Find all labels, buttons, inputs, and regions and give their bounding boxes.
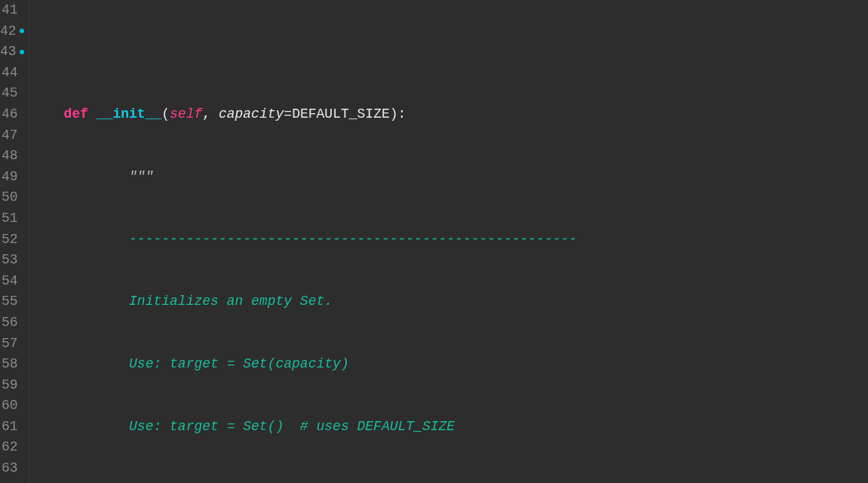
code-line[interactable]: ----------------------------------------… [64, 479, 868, 483]
line-number: 44 [2, 63, 18, 84]
docstring: ----------------------------------------… [129, 232, 577, 247]
code-editor[interactable]: 41 42 43 44 45 46 47 48 49 50 51 52 53 5… [0, 0, 868, 483]
gutter-line: 45 [0, 83, 24, 104]
line-number-gutter: 41 42 43 44 45 46 47 48 49 50 51 52 53 5… [0, 0, 29, 483]
gutter-line: 61 [0, 417, 24, 438]
fold-marker-icon[interactable] [20, 29, 24, 33]
gutter-line: 58 [0, 354, 24, 375]
line-number: 41 [2, 0, 18, 21]
gutter-line: 49 [0, 167, 24, 188]
gutter-line: 43 [0, 42, 24, 63]
line-number: 59 [2, 375, 18, 396]
docstring-open: """ [129, 169, 153, 184]
gutter-line: 60 [0, 395, 24, 417]
gutter-line: 52 [0, 229, 24, 251]
line-number: 50 [2, 187, 18, 208]
gutter-line: 42 [0, 21, 24, 42]
line-number: 60 [2, 395, 18, 417]
line-number: 47 [2, 125, 18, 146]
code-line[interactable]: def __init__(self, capacity=DEFAULT_SIZE… [64, 104, 868, 125]
line-number: 49 [2, 167, 18, 188]
gutter-line: 47 [0, 125, 24, 146]
gutter-line: 57 [0, 334, 24, 355]
function-name: __init__ [97, 106, 161, 122]
gutter-line: 55 [0, 291, 24, 312]
constant: DEFAULT_SIZE [292, 106, 390, 122]
gutter-line: 54 [0, 271, 24, 292]
fold-marker-icon[interactable] [20, 50, 24, 54]
parameter: capacity [219, 106, 284, 122]
line-number: 62 [2, 437, 18, 458]
gutter-line: 59 [0, 375, 24, 396]
line-number: 61 [2, 417, 18, 438]
line-number: 51 [2, 208, 18, 229]
code-line[interactable]: Use: target = Set() # uses DEFAULT_SIZE [64, 417, 868, 438]
gutter-line: 63 [0, 458, 24, 479]
gutter-line: 44 [0, 63, 24, 84]
line-number: 45 [2, 83, 18, 104]
docstring: Use: target = Set(capacity) [129, 356, 349, 371]
code-line[interactable]: Initializes an empty Set. [64, 291, 868, 312]
self-param: self [170, 106, 202, 122]
gutter-line: 51 [0, 208, 24, 229]
keyword-def: def [64, 106, 88, 122]
line-number: 48 [2, 146, 18, 167]
gutter-line: 53 [0, 250, 24, 271]
gutter-line: 50 [0, 187, 24, 208]
docstring: Initializes an empty Set. [129, 294, 333, 309]
line-number: 52 [2, 229, 18, 251]
line-number: 55 [2, 291, 18, 312]
line-number: 58 [2, 354, 18, 375]
line-number: 53 [2, 250, 18, 271]
gutter-line: 62 [0, 437, 24, 458]
code-line[interactable]: ----------------------------------------… [64, 229, 868, 251]
docstring: Use: target = Set() # uses DEFAULT_SIZE [129, 419, 455, 434]
line-number: 57 [2, 334, 18, 355]
line-number: 42 [0, 21, 17, 42]
line-number: 63 [2, 458, 18, 479]
line-number: 43 [0, 42, 17, 63]
code-area[interactable]: def __init__(self, capacity=DEFAULT_SIZE… [29, 0, 868, 483]
line-number: 54 [2, 271, 18, 292]
gutter-line: 56 [0, 312, 24, 334]
line-number: 56 [2, 312, 18, 334]
line-number: 46 [2, 104, 18, 125]
gutter-line: 46 [0, 104, 24, 125]
gutter-line: 41 [0, 0, 24, 21]
gutter-line: 48 [0, 146, 24, 167]
code-line[interactable]: Use: target = Set(capacity) [64, 354, 868, 375]
code-line[interactable] [64, 42, 868, 63]
code-line[interactable]: """ [64, 167, 868, 188]
